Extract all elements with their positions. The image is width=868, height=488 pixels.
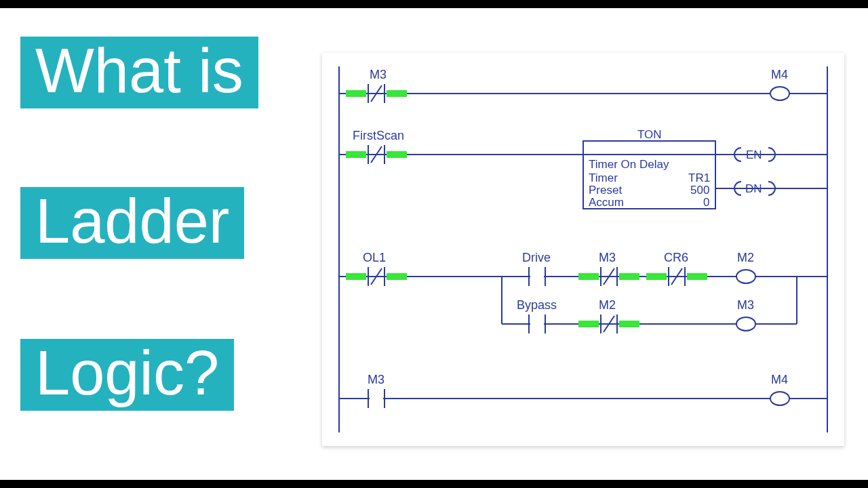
- ton-l3b: 500: [690, 184, 709, 197]
- ton-l2b: TR1: [688, 171, 710, 184]
- r4-coil: M4: [771, 373, 788, 386]
- svg-rect-27: [530, 271, 544, 282]
- r3-c3: M3: [599, 251, 616, 264]
- svg-rect-44: [530, 319, 544, 329]
- ton-dn: DN: [745, 182, 762, 195]
- ton-l3a: Preset: [589, 184, 622, 197]
- r3-c4: CR6: [664, 251, 688, 264]
- r1-coil-label: M4: [771, 68, 788, 81]
- r4-c1: M3: [368, 373, 384, 386]
- ton-en: EN: [746, 148, 762, 161]
- r3-b2: M2: [599, 298, 616, 312]
- svg-point-8: [770, 87, 789, 100]
- ton-title: TON: [637, 128, 662, 141]
- frame: What is Ladder Logic? M3 M4: [0, 8, 868, 480]
- svg-point-55: [770, 392, 789, 405]
- r2-contact-label: FirstScan: [353, 129, 404, 142]
- r1-contact-label: M3: [370, 68, 387, 81]
- ton-l1: Timer On Delay: [589, 158, 669, 171]
- svg-point-50: [736, 317, 755, 331]
- title-line-3: Logic?: [20, 339, 234, 411]
- r3-coil1: M2: [737, 251, 754, 264]
- r3-b1: Bypass: [517, 298, 557, 312]
- diagram-svg: M3 M4 FirstScan TON Timer On Delay Timer…: [322, 53, 844, 446]
- r3-c2: Drive: [522, 251, 551, 264]
- svg-rect-54: [370, 393, 383, 404]
- r3-c1: OL1: [363, 251, 386, 264]
- title-line-1: What is: [20, 37, 258, 108]
- r3-bcoil: M3: [737, 298, 754, 312]
- ladder-diagram: M3 M4 FirstScan TON Timer On Delay Timer…: [322, 53, 844, 446]
- ton-l2a: Timer: [589, 171, 618, 184]
- title-line-2: Ladder: [20, 187, 244, 259]
- ton-l4a: Accum: [589, 196, 624, 209]
- ton-l4b: 0: [703, 196, 709, 209]
- svg-point-38: [736, 270, 755, 283]
